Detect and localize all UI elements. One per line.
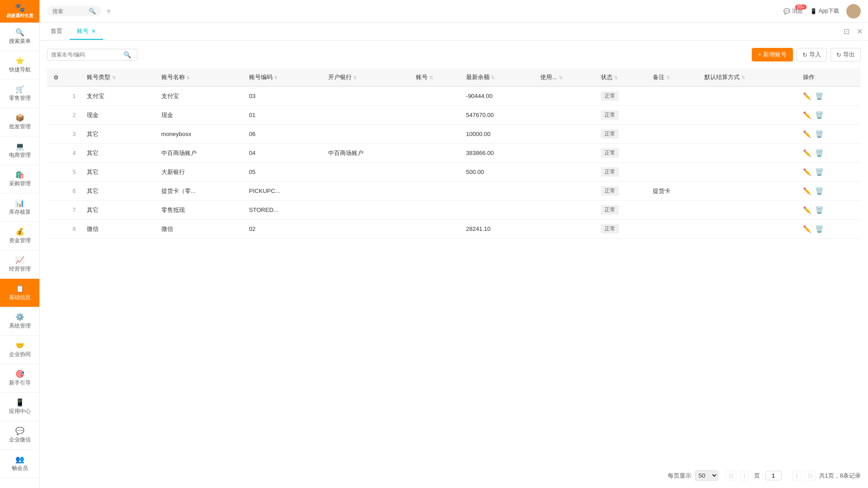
sidebar-item-basic-info[interactable]: 📋 基础信息 xyxy=(0,279,39,307)
member-icon: 👥 xyxy=(2,455,38,464)
sidebar-item-search-menu[interactable]: 🔍 搜索菜单 xyxy=(0,23,39,51)
delete-button[interactable]: 🗑️ xyxy=(815,92,824,100)
topbar-dropdown-icon[interactable]: ▾ xyxy=(107,6,111,16)
td-bank xyxy=(325,182,412,201)
app-icon: 📱 xyxy=(810,8,817,14)
sidebar-item-system[interactable]: ⚙️ 系统管理 xyxy=(0,307,39,336)
sidebar-item-finance[interactable]: 💰 资金管理 xyxy=(0,222,39,250)
th-bank[interactable]: 开户银行 ⇅ xyxy=(325,69,412,86)
next-page-btn[interactable]: ⟩ xyxy=(793,471,801,480)
import-button[interactable]: ↻ 导入 xyxy=(797,48,827,61)
last-page-btn[interactable]: ⟩⟩ xyxy=(805,471,816,480)
edit-button[interactable]: ✏️ xyxy=(803,92,811,100)
first-page-btn[interactable]: ⟨⟨ xyxy=(726,471,736,480)
td-account-no xyxy=(412,125,462,144)
sidebar-item-label: 资金管理 xyxy=(2,237,38,244)
th-status[interactable]: 状态 ⇅ xyxy=(597,69,650,86)
sidebar-item-label: 库存核算 xyxy=(2,208,38,216)
sidebar-item-enterprise-wechat[interactable]: 💬 企业微信 xyxy=(0,421,39,450)
sidebar-item-app-center[interactable]: 📱 应用中心 xyxy=(0,393,39,421)
table-row: 4 其它 中百商场账户 04 中百商场账户 383866.00 正常 ✏️ 🗑️ xyxy=(47,144,861,163)
account-table-wrapper: ⚙ 账号类型 ⇅ 账号名称 ⇅ 账号编码 ⇅ 开户银行 ⇅ 账号 ⇅ 最新余额 … xyxy=(47,69,861,465)
sidebar-item-wholesale[interactable]: 📦 批发管理 xyxy=(0,108,39,136)
th-remark[interactable]: 备注 ⇅ xyxy=(649,69,701,86)
th-account-type[interactable]: 账号类型 ⇅ xyxy=(83,69,158,86)
tab-account-close[interactable]: ✕ xyxy=(91,28,96,34)
delete-button[interactable]: 🗑️ xyxy=(815,130,824,138)
current-page-input[interactable] xyxy=(765,471,782,480)
th-account-name[interactable]: 账号名称 ⇅ xyxy=(158,69,245,86)
sidebar-item-new-guide[interactable]: 🎯 新手引导 xyxy=(0,364,39,393)
td-action: ✏️ 🗑️ xyxy=(799,106,861,125)
table-row: 7 其它 零售抵现 STORED... 正常 ✏️ 🗑️ xyxy=(47,201,861,220)
sidebar-item-operations[interactable]: 📈 经营管理 xyxy=(0,250,39,279)
edit-button[interactable]: ✏️ xyxy=(803,225,811,233)
account-search-icon[interactable]: 🔍 xyxy=(123,51,131,58)
td-bank xyxy=(325,106,412,125)
topbar-left: 🔍 ▾ xyxy=(47,6,111,16)
new-guide-icon: 🎯 xyxy=(2,370,38,378)
td-usage xyxy=(537,125,597,144)
th-settings[interactable]: ⚙ xyxy=(47,69,65,86)
tabbar: 首页 账号 ✕ ⊡ ✕ xyxy=(40,23,868,41)
td-usage xyxy=(537,220,597,239)
logo-icon: 🐾 xyxy=(15,4,25,12)
per-page-select[interactable]: 50 10 20 100 xyxy=(695,470,718,481)
sidebar-item-label: 企业协同 xyxy=(2,351,38,358)
edit-button[interactable]: ✏️ xyxy=(803,187,811,195)
delete-button[interactable]: 🗑️ xyxy=(815,149,824,157)
edit-button[interactable]: ✏️ xyxy=(803,168,811,176)
edit-button[interactable]: ✏️ xyxy=(803,149,811,157)
export-button[interactable]: ↻ 导出 xyxy=(830,48,861,61)
pagination: 每页显示 50 10 20 100 ⟨⟨ ⟨ 页 ⟩ ⟩⟩ 共1页，8条记录 xyxy=(47,465,861,481)
th-latest-balance[interactable]: 最新余额 ⇅ xyxy=(462,69,537,86)
topbar-app-download[interactable]: 📱 App下载 xyxy=(810,7,839,15)
toolbar-left: 🔍 xyxy=(47,49,137,61)
sidebar-item-label: 批发管理 xyxy=(2,123,38,131)
td-index: 5 xyxy=(65,163,83,182)
delete-button[interactable]: 🗑️ xyxy=(815,206,824,214)
td-account-code: 03 xyxy=(245,86,325,106)
delete-button[interactable]: 🗑️ xyxy=(815,187,824,195)
add-account-button[interactable]: + 新增账号 xyxy=(752,48,793,61)
th-usage[interactable]: 使用... ⇅ xyxy=(537,69,597,86)
account-search-input[interactable] xyxy=(51,52,123,58)
table-row: 3 其它 moneybosx 06 10000.00 正常 ✏️ 🗑️ xyxy=(47,125,861,144)
delete-button[interactable]: 🗑️ xyxy=(815,168,824,176)
tab-home[interactable]: 首页 xyxy=(43,23,70,40)
edit-button[interactable]: ✏️ xyxy=(803,111,811,119)
export-label: 导出 xyxy=(843,51,855,59)
sidebar-item-purchase[interactable]: 🛍️ 采购管理 xyxy=(0,165,39,193)
status-badge: 正常 xyxy=(601,224,619,234)
topbar-search-input[interactable] xyxy=(52,8,89,14)
delete-button[interactable]: 🗑️ xyxy=(815,111,824,119)
add-account-label: + 新增账号 xyxy=(758,51,787,59)
sidebar-item-corp-agreement[interactable]: 🤝 企业协同 xyxy=(0,336,39,364)
th-account-no[interactable]: 账号 ⇅ xyxy=(412,69,462,86)
export-icon: ↻ xyxy=(836,52,841,58)
th-default-payment[interactable]: 默认结算方式 ⇅ xyxy=(701,69,799,86)
sidebar-item-ecommerce[interactable]: 💻 电商管理 xyxy=(0,136,39,165)
td-settings xyxy=(47,163,65,182)
edit-button[interactable]: ✏️ xyxy=(803,130,811,138)
prev-page-btn[interactable]: ⟨ xyxy=(740,471,749,480)
td-latest-balance xyxy=(462,201,537,220)
td-account-no xyxy=(412,163,462,182)
th-account-code[interactable]: 账号编码 ⇅ xyxy=(245,69,325,86)
tabbar-minimize-btn[interactable]: ⊡ xyxy=(842,26,851,37)
td-account-type: 其它 xyxy=(83,144,158,163)
sidebar-item-member[interactable]: 👥 畅会员 xyxy=(0,450,39,478)
td-default-payment xyxy=(701,201,799,220)
sidebar-item-retail[interactable]: 🛒 零售管理 xyxy=(0,80,39,108)
table-row: 2 现金 现金 01 547670.00 正常 ✏️ 🗑️ xyxy=(47,106,861,125)
edit-button[interactable]: ✏️ xyxy=(803,206,811,214)
topbar-message[interactable]: 💬 消息 99+ xyxy=(783,7,803,15)
logo: 🐾 易捷通时生意 xyxy=(0,0,39,23)
tabbar-close-btn[interactable]: ✕ xyxy=(855,26,864,37)
sidebar-item-label: 系统管理 xyxy=(2,322,38,330)
tab-account[interactable]: 账号 ✕ xyxy=(70,23,103,40)
sidebar-item-quick-nav[interactable]: ⭐ 快捷导航 xyxy=(0,51,39,80)
delete-button[interactable]: 🗑️ xyxy=(815,225,824,233)
user-avatar[interactable] xyxy=(846,4,861,19)
sidebar-item-inventory[interactable]: 📊 库存核算 xyxy=(0,193,39,222)
